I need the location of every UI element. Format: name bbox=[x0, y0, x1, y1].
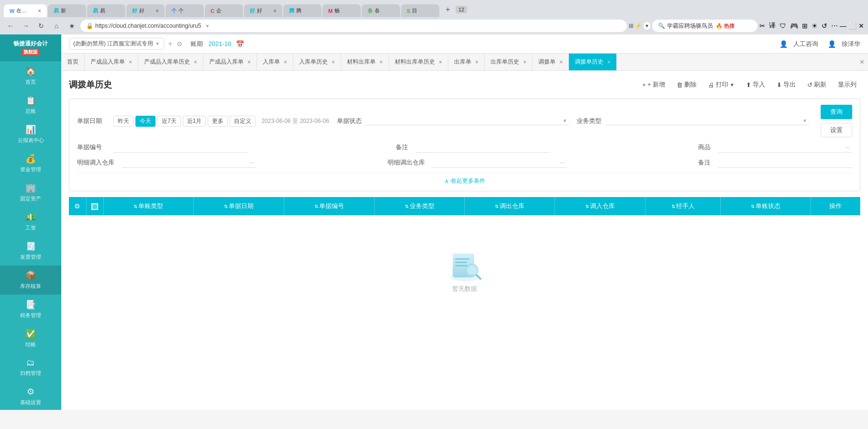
tab-transfer-close[interactable]: × bbox=[559, 59, 563, 66]
browser-tab-11[interactable]: S 目 bbox=[401, 4, 439, 17]
tab-transfer-history-close[interactable]: × bbox=[607, 59, 611, 66]
goods-input[interactable] bbox=[718, 142, 843, 152]
sidebar-item-closing[interactable]: ✅ 结账 bbox=[0, 324, 61, 353]
calendar-icon[interactable]: 📅 bbox=[236, 40, 244, 48]
minimize-btn[interactable]: — bbox=[840, 22, 846, 30]
table-checkbox-header[interactable] bbox=[86, 197, 103, 215]
date-custom-btn[interactable]: 自定义 bbox=[230, 116, 256, 127]
tab-inbound-history-close[interactable]: × bbox=[194, 59, 197, 66]
doc-status-select[interactable]: ▼ bbox=[366, 117, 569, 125]
print-btn[interactable]: 🖨 打印 ▼ bbox=[704, 78, 738, 91]
settings-gear-icon[interactable]: ⚙ bbox=[177, 40, 183, 48]
app-tab-home[interactable]: 首页 bbox=[61, 54, 85, 71]
company-selector[interactable]: (勿删勿禁用) 江西服宝测试专用 ▼ bbox=[69, 38, 164, 50]
new-btn[interactable]: + + 新增 bbox=[638, 78, 669, 91]
app-tab-inbound-history[interactable]: 产成品入库单历史 × bbox=[138, 54, 203, 71]
col-handler[interactable]: ⇅经手人 bbox=[645, 197, 721, 215]
col-doc-number[interactable]: ⇅单据编号 bbox=[284, 197, 374, 215]
sidebar-item-home[interactable]: 🏠 首页 bbox=[0, 61, 61, 90]
game-icon[interactable]: 🎮 bbox=[790, 22, 798, 30]
tab4-close[interactable]: × bbox=[156, 8, 159, 14]
grid-icon[interactable]: ⊞ bbox=[802, 22, 808, 30]
refresh-btn[interactable]: ↻ bbox=[34, 19, 48, 33]
tab-material-out-history-close[interactable]: × bbox=[439, 59, 442, 66]
app-tab-out[interactable]: 出库单 × bbox=[448, 54, 485, 71]
app-tab-transfer-history[interactable]: 调拨单历史 × bbox=[569, 54, 617, 71]
browser-tab-10[interactable]: 各 各 bbox=[362, 4, 400, 17]
col-doc-type[interactable]: ⇅单账类型 bbox=[103, 197, 194, 215]
detail-remark-input[interactable] bbox=[718, 157, 852, 168]
remark-input[interactable] bbox=[416, 142, 550, 153]
display-cols-btn[interactable]: 显示列 bbox=[834, 78, 860, 91]
tab1-close[interactable]: × bbox=[38, 8, 41, 14]
app-tab-warehouse[interactable]: 入库单 × bbox=[257, 54, 293, 71]
close-btn[interactable]: ✕ bbox=[858, 22, 864, 30]
business-type-select[interactable]: ▼ bbox=[605, 117, 809, 125]
customer-service-label[interactable]: 人工咨询 bbox=[793, 40, 818, 48]
app-tab-material-out[interactable]: 材料出库单 × bbox=[341, 54, 389, 71]
col-doc-date[interactable]: ⇅单据日期 bbox=[194, 197, 284, 215]
bookmark-btn[interactable]: ★ bbox=[65, 19, 78, 33]
table-gear-header[interactable]: ⚙ bbox=[69, 197, 86, 215]
home-btn[interactable]: ⌂ bbox=[50, 19, 63, 33]
col-in-warehouse[interactable]: ⇅调入仓库 bbox=[555, 197, 645, 215]
refresh-btn[interactable]: ↺ 刷新 bbox=[803, 78, 830, 91]
sidebar-item-inventory[interactable]: 📦 库存核算 bbox=[0, 265, 61, 295]
detail-out-input[interactable] bbox=[433, 157, 557, 167]
app-tab-inbound2[interactable]: 产成品入库单 × bbox=[203, 54, 257, 71]
app-tab-out-history[interactable]: 出库单历史 × bbox=[485, 54, 533, 71]
filter-settings-btn[interactable]: 设置 bbox=[821, 123, 852, 137]
date-1month-btn[interactable]: 近1月 bbox=[183, 116, 206, 127]
sidebar-item-salary[interactable]: 💵 工资 bbox=[0, 207, 61, 236]
browser-tab-2[interactable]: 易 新 bbox=[48, 4, 86, 17]
sun-icon[interactable]: ☀ bbox=[812, 22, 818, 30]
more-icon[interactable]: ⋯ bbox=[831, 22, 838, 30]
sidebar-item-settings[interactable]: ⚙ 基础设置 bbox=[0, 382, 61, 410]
browser-tab-4[interactable]: 好 好 × bbox=[126, 4, 165, 17]
collapse-btn[interactable]: ∧ 收起更多条件 bbox=[77, 173, 852, 185]
sidebar-item-ledger[interactable]: 📋 总账 bbox=[0, 90, 61, 120]
browser-tab-3[interactable]: 易 易 bbox=[87, 4, 125, 17]
forward-btn[interactable]: → bbox=[19, 19, 33, 33]
app-tab-inbound[interactable]: 产成品入库单 × bbox=[85, 54, 138, 71]
export-btn[interactable]: ⬇ 导出 bbox=[773, 78, 800, 91]
browser-tab-5[interactable]: 个 个 bbox=[166, 4, 204, 17]
add-company-btn[interactable]: + bbox=[168, 40, 172, 48]
browser-tab-9[interactable]: M 畅 bbox=[323, 4, 361, 17]
translate-icon[interactable]: 译 bbox=[769, 22, 776, 30]
browser-tab-7[interactable]: 好 好 × bbox=[244, 4, 282, 17]
browser-tab-8[interactable]: 腾 腾 bbox=[283, 4, 322, 17]
date-7days-btn[interactable]: 近7天 bbox=[157, 116, 181, 127]
tab-inbound2-close[interactable]: × bbox=[247, 59, 251, 66]
shield-icon[interactable]: 🛡 bbox=[779, 22, 786, 30]
address-bar[interactable]: 🔒 https://cloud.chanjet.com/accounting/u… bbox=[80, 20, 627, 32]
detail-out-ellipsis[interactable]: ··· bbox=[557, 159, 567, 166]
new-tab-btn[interactable]: + bbox=[442, 4, 454, 15]
import-btn[interactable]: ⬆ 导入 bbox=[742, 78, 769, 91]
sidebar-item-archive[interactable]: 🗂 归档管理 bbox=[0, 353, 61, 382]
tab-out-history-close[interactable]: × bbox=[523, 59, 526, 66]
undo-icon[interactable]: ↺ bbox=[822, 22, 827, 30]
search-bar[interactable]: 🔍 学霸应聘场驱鸟员 🔥 热搜 bbox=[652, 20, 757, 32]
browser-tab-6[interactable]: C 企 bbox=[205, 4, 243, 17]
tab-inbound-close[interactable]: × bbox=[129, 59, 132, 66]
username[interactable]: 徐泽华 bbox=[842, 40, 860, 48]
col-out-warehouse[interactable]: ⇅调出仓库 bbox=[465, 197, 555, 215]
query-btn[interactable]: 查询 bbox=[821, 105, 852, 119]
tab-warehouse-history-close[interactable]: × bbox=[332, 59, 335, 66]
app-tab-material-out-history[interactable]: 材料出库单历史 × bbox=[389, 54, 448, 71]
date-yesterday-btn[interactable]: 昨天 bbox=[113, 116, 134, 127]
sidebar-item-tax[interactable]: 📑 税务管理 bbox=[0, 295, 61, 324]
tab-material-out-close[interactable]: × bbox=[379, 59, 383, 66]
sidebar-item-reports[interactable]: 📊 云报表中心 bbox=[0, 120, 61, 149]
sidebar-item-funds[interactable]: 💰 资金管理 bbox=[0, 149, 61, 178]
sidebar-item-invoice[interactable]: 🧾 发票管理 bbox=[0, 236, 61, 265]
app-tab-warehouse-history[interactable]: 入库单历史 × bbox=[293, 54, 341, 71]
delete-btn[interactable]: 🗑 删除 bbox=[673, 78, 701, 91]
col-doc-status[interactable]: ⇅单账状态 bbox=[721, 197, 811, 215]
tab-bar-close-all[interactable]: × bbox=[860, 58, 864, 66]
detail-in-input[interactable] bbox=[122, 157, 247, 167]
tab-warehouse-close[interactable]: × bbox=[284, 59, 287, 66]
detail-in-ellipsis[interactable]: ··· bbox=[247, 159, 256, 166]
scissors-icon[interactable]: ✂ bbox=[759, 22, 765, 30]
